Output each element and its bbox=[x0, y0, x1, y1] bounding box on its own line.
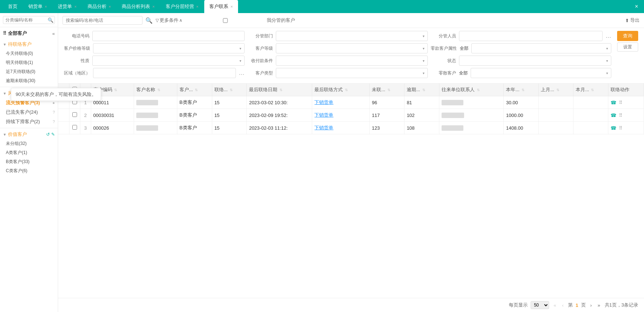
row-no-contact: 123 bbox=[370, 122, 404, 134]
next-page-button[interactable]: › bbox=[589, 303, 593, 308]
table-row: 2 00030031 ███ B类客户 15 2023-02-09 19:52:… bbox=[58, 109, 644, 122]
action-phone-icon[interactable]: ☎ bbox=[611, 125, 616, 131]
nav-product-analysis-list[interactable]: 商品分析列表 × bbox=[117, 0, 160, 13]
action-more-icon[interactable]: ⠿ bbox=[619, 100, 623, 105]
my-customers-checkbox[interactable] bbox=[185, 18, 265, 23]
filter-customer-level-select[interactable]: ▾ bbox=[276, 43, 428, 53]
nav-purchase[interactable]: 进货单 × bbox=[53, 0, 81, 13]
filter-price-level-select[interactable]: ▾ bbox=[93, 43, 245, 53]
price-level-arrow-icon: ▾ bbox=[240, 46, 241, 50]
row-contact: 15 bbox=[212, 96, 247, 109]
filter-retail-select[interactable]: ▾ bbox=[471, 68, 611, 78]
sidebar-item-c-class[interactable]: C类客户(6) bbox=[0, 166, 58, 175]
sidebar-item-b-class[interactable]: B类客户(33) bbox=[0, 157, 58, 166]
filter-region-select[interactable] bbox=[93, 68, 236, 78]
close-customer-contact-icon[interactable]: × bbox=[230, 4, 233, 9]
th-this-month[interactable]: 本月... ⇅ bbox=[573, 84, 608, 96]
settings-button[interactable]: 设置 bbox=[617, 42, 638, 52]
export-button[interactable]: ⬆ 导出 bbox=[625, 17, 640, 24]
arrow-risk-icon: ▼ bbox=[3, 92, 7, 96]
my-customers-checkbox-label[interactable]: 我分管的客户 bbox=[185, 17, 295, 24]
row-last-type-link[interactable]: 下销货单 bbox=[314, 100, 333, 105]
sidebar-group-pending[interactable]: ▼ 待联络客户 bbox=[0, 40, 58, 49]
filter-dept-select[interactable]: ▾ bbox=[276, 31, 428, 41]
row-last-type-link[interactable]: 下销货单 bbox=[314, 112, 333, 118]
per-page-select[interactable]: 20 50 100 bbox=[531, 301, 549, 309]
action-phone-icon[interactable]: ☎ bbox=[611, 113, 616, 118]
prev-page-button[interactable]: ‹ bbox=[560, 303, 565, 308]
filter-dept-label: 分管部门 bbox=[247, 33, 273, 39]
sidebar-group-pending-label: 待联络客户 bbox=[8, 41, 32, 48]
row-checkbox[interactable] bbox=[69, 122, 80, 134]
filter-row-4: 区域（地区） … 客户类型 ▾ bbox=[64, 68, 611, 78]
first-page-button[interactable]: « bbox=[552, 303, 558, 308]
row-last-type[interactable]: 下销货单 bbox=[312, 109, 370, 122]
search-button[interactable]: 🔍 bbox=[145, 17, 153, 24]
filter-nature-select[interactable]: ▾ bbox=[92, 56, 245, 66]
nav-sales[interactable]: 销货单 × bbox=[23, 0, 52, 13]
filter-phone-input[interactable] bbox=[92, 31, 245, 41]
close-product-analysis-list-icon[interactable]: × bbox=[152, 4, 154, 9]
nav-customer-contact[interactable]: 客户联系 × bbox=[204, 0, 238, 13]
row-last-type-link[interactable]: 下销货单 bbox=[314, 125, 333, 130]
last-page-button[interactable]: » bbox=[596, 303, 601, 308]
sidebar-item-declining[interactable]: 持续下滑客户(2) ? bbox=[0, 117, 58, 126]
table-row: 3 000026 ████ B类客户 15 2023-02-03 11:12: … bbox=[58, 122, 644, 134]
th-contact[interactable]: 联络... ⇅ bbox=[212, 84, 247, 96]
row-last-type[interactable]: 下销货单 bbox=[312, 96, 370, 109]
row-name: ██████ bbox=[134, 96, 177, 109]
th-unit-contact[interactable]: 往来单位联系人 ⇅ bbox=[439, 84, 504, 96]
filter-payment-select[interactable]: ▾ bbox=[276, 56, 428, 66]
filter-manager-more-icon[interactable]: … bbox=[605, 33, 611, 39]
nav-home[interactable]: 首页 bbox=[3, 0, 23, 13]
sidebar-collapse-icon[interactable]: « bbox=[52, 31, 55, 36]
close-sales-icon[interactable]: × bbox=[45, 4, 47, 9]
filter-customer-type-select[interactable]: ▾ bbox=[276, 68, 428, 78]
action-more-icon[interactable]: ⠿ bbox=[619, 125, 623, 131]
row-code: 00030031 bbox=[91, 109, 134, 122]
row-checkbox[interactable] bbox=[69, 109, 80, 122]
sidebar-item-tomorrow[interactable]: 明天待联络(1) bbox=[0, 58, 58, 67]
close-product-analysis-icon[interactable]: × bbox=[109, 4, 111, 9]
sidebar-item-overdue[interactable]: 逾期未联络(30) bbox=[0, 76, 58, 85]
sidebar-all-customers[interactable]: ⠿ 全部客户 « bbox=[0, 27, 58, 40]
sidebar-item-a-class[interactable]: A类客户(1) bbox=[0, 148, 58, 157]
row-last-type[interactable]: 下销货单 bbox=[312, 122, 370, 134]
th-this-year[interactable]: 本年... ⇅ bbox=[504, 84, 539, 96]
row-unit-contact-blurred: ██ ... bbox=[442, 125, 463, 131]
sidebar-item-7days[interactable]: 近7天待联络(0) bbox=[0, 67, 58, 76]
sidebar-item-today[interactable]: 今天待联络(0) bbox=[0, 49, 58, 58]
sidebar-search-input[interactable] bbox=[3, 16, 55, 24]
more-conditions-button[interactable]: ▽ 更多条件 ∧ bbox=[156, 17, 182, 24]
sidebar-item-ungrouped[interactable]: 未分组(32) bbox=[0, 139, 58, 148]
close-window-icon[interactable]: × bbox=[632, 3, 641, 10]
close-purchase-icon[interactable]: × bbox=[74, 4, 76, 9]
th-no-contact[interactable]: 未联... ⇅ bbox=[370, 84, 404, 96]
th-last-month[interactable]: 上月... ⇅ bbox=[539, 84, 573, 96]
th-last-date[interactable]: 最后联络日期 ⇅ bbox=[247, 84, 312, 96]
th-name[interactable]: 客户名称 ⇅ bbox=[134, 84, 177, 96]
already-churned-label: 已流失客户(24) bbox=[6, 109, 38, 116]
nav-product-analysis[interactable]: 商品分析 × bbox=[82, 0, 116, 13]
filter-manager-select[interactable] bbox=[459, 31, 603, 41]
th-type[interactable]: 客户... ⇅ bbox=[177, 84, 212, 96]
value-group-edit-icon[interactable]: ↺ bbox=[46, 132, 50, 137]
search-input[interactable] bbox=[63, 16, 142, 25]
filter-region-more-icon[interactable]: … bbox=[239, 70, 245, 76]
row-last-month bbox=[539, 96, 573, 109]
query-button[interactable]: 查询 bbox=[617, 31, 638, 41]
action-phone-icon[interactable]: ☎ bbox=[611, 100, 616, 105]
th-last-type[interactable]: 最后联络方式 ⇅ bbox=[312, 84, 370, 96]
value-group-config-icon[interactable]: ✎ bbox=[51, 132, 55, 137]
action-more-icon[interactable]: ⠿ bbox=[619, 113, 623, 118]
row-contact: 15 bbox=[212, 109, 247, 122]
row-name-blurred: ██████ bbox=[136, 100, 158, 105]
filter-status-select[interactable]: ▾ bbox=[459, 56, 611, 66]
sidebar-item-already-churned[interactable]: 已流失客户(24) ? bbox=[0, 108, 58, 117]
filter-zero-attr-select[interactable]: ▾ bbox=[471, 43, 611, 53]
sidebar-group-value[interactable]: ▼ 价值客户 ↺ ✎ bbox=[0, 130, 58, 139]
page-suffix-label: 页 bbox=[581, 302, 586, 308]
nav-customer-tier[interactable]: 客户分层经营 × bbox=[161, 0, 204, 13]
th-overdue[interactable]: 逾期... ⇅ bbox=[404, 84, 439, 96]
close-customer-tier-icon[interactable]: × bbox=[196, 4, 198, 9]
